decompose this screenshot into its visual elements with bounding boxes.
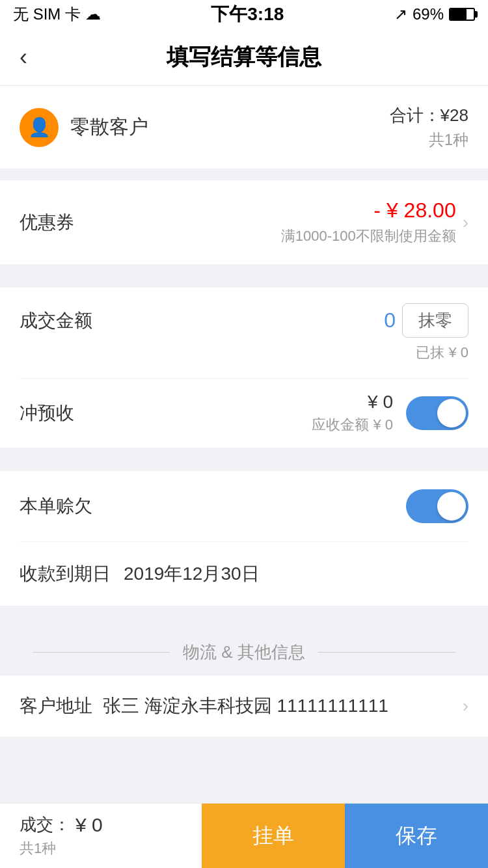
back-button[interactable]: ‹	[20, 44, 27, 71]
pending-button[interactable]: 挂单	[202, 804, 345, 869]
logistics-title: 物流 & 其他信息	[183, 641, 305, 664]
prepay-label: 冲预收	[20, 401, 74, 426]
coupon-detail: - ¥ 28.00 满1000-100不限制使用金额	[281, 198, 456, 246]
deal-prepay-section: 成交金额 0 抹零 已抹 ¥ 0 冲预收 ¥ 0 应收金额 ¥ 0	[0, 288, 488, 448]
prepay-amounts: ¥ 0 应收金额 ¥ 0	[312, 392, 393, 435]
no-sim-text: 无 SIM 卡 ☁	[13, 4, 101, 25]
status-left: 无 SIM 卡 ☁	[13, 4, 101, 25]
address-label: 客户地址	[20, 694, 92, 718]
save-button[interactable]: 保存	[345, 804, 488, 869]
bottom-bar: 成交： ¥ 0 共1种 挂单 保存	[0, 803, 488, 868]
coupon-label: 优惠券	[20, 210, 74, 235]
deal-value: 0	[384, 308, 396, 332]
signal-icon: ↗	[394, 5, 407, 23]
prepay-sub-amount: 应收金额 ¥ 0	[312, 415, 393, 435]
bottom-deal-amount: ¥ 0	[75, 814, 103, 836]
due-date-label: 收款到期日	[20, 562, 111, 586]
address-value: 张三 海淀永丰科技园 11111111111	[92, 694, 463, 718]
total-amount-label: 合计：¥28	[390, 104, 468, 127]
address-chevron-icon: ›	[463, 696, 468, 716]
customer-section: 👤 零散客户 合计：¥28 共1种	[0, 86, 488, 169]
section-divider-1	[0, 276, 488, 288]
prepay-toggle[interactable]	[406, 396, 468, 430]
due-date-row: 收款到期日 2019年12月30日	[0, 542, 488, 606]
debt-label: 本单赊欠	[20, 494, 92, 519]
coupon-section[interactable]: 优惠券 - ¥ 28.00 满1000-100不限制使用金额 ›	[0, 180, 488, 264]
content-area: 👤 零散客户 合计：¥28 共1种 优惠券 - ¥ 28.00 满1000-10…	[0, 86, 488, 826]
coupon-row[interactable]: 优惠券 - ¥ 28.00 满1000-100不限制使用金额 ›	[0, 180, 488, 264]
nav-bar: ‹ 填写结算等信息	[0, 29, 488, 86]
status-right: ↗ 69%	[394, 5, 475, 23]
debt-section: 本单赊欠 收款到期日 2019年12月30日	[0, 471, 488, 606]
deal-amount-label: 成交金额	[20, 308, 92, 333]
bottom-deal-row: 成交： ¥ 0	[20, 813, 182, 836]
prepay-right: ¥ 0 应收金额 ¥ 0	[312, 392, 468, 435]
section-divider-3	[0, 617, 488, 629]
deal-amount-right: 0 抹零	[384, 303, 468, 338]
address-row[interactable]: 客户地址 张三 海淀永丰科技园 11111111111 ›	[0, 675, 488, 737]
page-title: 填写结算等信息	[167, 42, 321, 72]
prepay-row: 冲预收 ¥ 0 应收金额 ¥ 0	[0, 379, 488, 448]
status-time: 下午3:18	[211, 2, 284, 27]
coupon-desc: 满1000-100不限制使用金额	[281, 226, 456, 246]
deal-top: 成交金额 0 抹零	[20, 303, 468, 338]
due-date-value: 2019年12月30日	[124, 562, 260, 586]
logistics-header: 物流 & 其他信息	[0, 629, 488, 675]
round-button[interactable]: 抹零	[402, 303, 468, 338]
status-bar: 无 SIM 卡 ☁ 下午3:18 ↗ 69%	[0, 0, 488, 29]
coupon-chevron-icon: ›	[463, 212, 468, 233]
bottom-count: 共1种	[20, 839, 182, 858]
battery-percent: 69%	[413, 5, 444, 23]
customer-total: 合计：¥28 共1种	[390, 104, 468, 150]
customer-avatar: 👤	[20, 108, 59, 147]
battery-icon	[449, 8, 475, 21]
bottom-deal-label: 成交：	[20, 813, 70, 836]
section-divider-2	[0, 459, 488, 471]
avatar-icon: 👤	[28, 116, 51, 138]
customer-row: 👤 零散客户 合计：¥28 共1种	[0, 86, 488, 169]
address-section[interactable]: 客户地址 张三 海淀永丰科技园 11111111111 ›	[0, 675, 488, 737]
bottom-info: 成交： ¥ 0 共1种	[0, 813, 202, 858]
total-count: 共1种	[390, 129, 468, 150]
deal-amount-row: 成交金额 0 抹零 已抹 ¥ 0	[0, 288, 488, 378]
customer-info: 👤 零散客户	[20, 108, 148, 147]
coupon-discount: - ¥ 28.00	[281, 198, 456, 223]
customer-name: 零散客户	[70, 114, 148, 141]
debt-row: 本单赊欠	[0, 471, 488, 541]
deal-sub-text: 已抹 ¥ 0	[20, 343, 468, 362]
prepay-main-amount: ¥ 0	[312, 392, 393, 413]
debt-toggle[interactable]	[406, 489, 468, 523]
coupon-right: - ¥ 28.00 满1000-100不限制使用金额 ›	[281, 198, 468, 246]
